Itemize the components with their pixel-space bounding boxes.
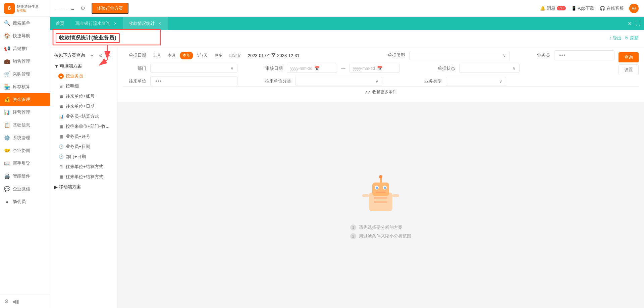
scheme-item-partner-dept-collection[interactable]: ▦ 按往来单位+部门+收... xyxy=(50,121,117,132)
tab-bar: 首页 现金银行流水查询 ✕ 收款情况统计 ✕ ✕ ⛶ xyxy=(50,17,644,30)
scheme-item-partner-account[interactable]: ▦ 往来单位+账号 xyxy=(50,91,117,101)
sidebar-item-inventory[interactable]: 🏪 库存核算 xyxy=(0,81,50,93)
date-tab-thismonth[interactable]: 本月 xyxy=(165,52,178,59)
sidebar-item-search[interactable]: 🔍 搜索菜单 xyxy=(0,17,50,30)
system-icon: ⚙️ xyxy=(4,135,10,141)
tab-bank[interactable]: 现金银行流水查询 ✕ xyxy=(70,17,123,30)
partner-type-label: 往来单位分类 xyxy=(261,78,291,84)
basic-icon: 📋 xyxy=(4,122,10,128)
desktop-scheme-group-title[interactable]: ▼ 电脑端方案 xyxy=(50,61,117,71)
sidebar-item-marketing[interactable]: 📢 营销推广 xyxy=(0,42,50,55)
add-scheme-button[interactable]: + xyxy=(88,52,96,59)
window-maximize-btn[interactable]: ⛶ xyxy=(635,20,641,27)
main-area: — — — ... ⚙ 体验行业方案 🔔 消息 99+ 📱 App下载 🎧 在线… xyxy=(50,0,644,308)
sidebar-item-basic[interactable]: 📋 基础信息 xyxy=(0,119,50,132)
date-tab-lastmonth[interactable]: 上月 xyxy=(150,52,164,59)
biz-type-select[interactable]: ∨ xyxy=(446,77,506,86)
window-close-btn[interactable]: ✕ xyxy=(628,20,632,27)
scheme-item-partner-date[interactable]: ▦ 往来单位+日期 xyxy=(50,101,117,111)
scheme-item-by-detail[interactable]: ⊞ 按明细 xyxy=(50,81,117,91)
date-tab-custom[interactable]: 自定义 xyxy=(226,52,244,59)
tip-item-2: 2 用过滤条件来缩小分析范围 xyxy=(350,233,411,239)
enterprise-icon: 🤝 xyxy=(4,148,10,154)
calendar-icon: 📅 xyxy=(314,66,320,71)
review-date-end[interactable]: yyyy-mm-dd 📅 xyxy=(350,64,400,73)
sidebar-item-system[interactable]: ⚙️ 系统管理 xyxy=(0,132,50,144)
empty-robot-illustration xyxy=(357,171,404,218)
sidebar-item-quicknav[interactable]: 🏠 快捷导航 xyxy=(0,30,50,42)
salesperson-select[interactable]: ••• xyxy=(554,50,614,60)
tab-bank-close[interactable]: ✕ xyxy=(112,21,118,26)
refresh-icon: ↻ xyxy=(625,36,629,41)
trial-button[interactable]: 体验行业方案 xyxy=(92,3,128,14)
filter-settings-button[interactable]: 设置 xyxy=(619,64,639,75)
mobile-scheme-group: ▶ 移动端方案 xyxy=(50,182,117,192)
query-button[interactable]: 查询 xyxy=(619,52,639,62)
scheme-settings-button[interactable]: ⚙ xyxy=(97,52,104,59)
partner-dots[interactable]: ••• xyxy=(155,78,162,84)
chevron-up-icon: ∧∧ xyxy=(365,90,371,95)
date-tab-thisyear[interactable]: 本年 xyxy=(180,52,193,59)
inventory-icon: 🏪 xyxy=(4,84,10,90)
scheme-item-salesperson-date[interactable]: 🕐 业务员+日期 xyxy=(50,142,117,152)
scheme-item-partner-settlement2[interactable]: ▦ 往来单位+结算方式 xyxy=(50,172,117,182)
user-avatar[interactable]: Rit xyxy=(629,4,639,13)
grid-icon: ⊞ xyxy=(58,84,64,89)
vip-icon: ♦️ xyxy=(4,199,10,205)
dept-select[interactable]: ∨ xyxy=(150,64,237,73)
messages-button[interactable]: 🔔 消息 99+ xyxy=(540,5,566,11)
partner-type-select[interactable]: ∨ xyxy=(295,77,382,86)
partner-type-chevron: ∨ xyxy=(375,79,379,84)
review-date-start[interactable]: yyyy-mm-dd 📅 xyxy=(287,64,337,73)
sidebar-footer-settings[interactable]: ⚙ xyxy=(4,298,9,305)
tip-number-1: 1 xyxy=(350,224,356,230)
partner-select[interactable]: ••• xyxy=(150,76,237,86)
tab-collection[interactable]: 收款情况统计 ✕ xyxy=(123,17,168,30)
sidebar-item-wechat[interactable]: 💬 企业微信 xyxy=(0,183,50,195)
topbar-settings-icon[interactable]: ⚙ xyxy=(78,4,88,13)
sidebar-item-purchase[interactable]: 🛒 采购管理 xyxy=(0,68,50,81)
online-service-button[interactable]: 🎧 在线客服 xyxy=(600,5,624,11)
query-buttons: 查询 设置 xyxy=(619,52,639,75)
desktop-scheme-group: ▼ 电脑端方案 ● 按业务员 ⊞ 按明细 ▦ 往来单位+账号 ▦ 往来单位 xyxy=(50,61,117,182)
tab-collection-close[interactable]: ✕ xyxy=(157,21,162,26)
salesperson-dots[interactable]: ••• xyxy=(559,52,566,58)
sidebar-logo: 6 畅捷通好生意 标准版 xyxy=(0,0,50,17)
date-tabs: 上月 本月 本年 近7天 更多 自定义 xyxy=(150,52,244,59)
clock-icon: 🕐 xyxy=(58,144,64,149)
export-button[interactable]: ↑ 导出 xyxy=(609,35,622,41)
sidebar-footer-collapse[interactable]: ◀▮ xyxy=(12,298,19,305)
tab-home[interactable]: 首页 xyxy=(50,17,70,30)
app-logo-icon: 6 xyxy=(4,3,15,14)
scheme-item-salesperson-settlement[interactable]: 📊 业务员+结算方式 xyxy=(50,111,117,121)
date-tab-last7[interactable]: 近7天 xyxy=(195,52,210,59)
sidebar-item-hardware[interactable]: 🖨️ 智能硬件 xyxy=(0,170,50,183)
headset-icon: 🎧 xyxy=(600,6,605,11)
scheme-item-salesperson-account[interactable]: ▦ 业务员+账号 xyxy=(50,132,117,142)
svg-rect-6 xyxy=(376,192,386,193)
topbar-right: 🔔 消息 99+ 📱 App下载 🎧 在线客服 Rit xyxy=(540,4,639,13)
doc-status-select[interactable]: ∨ xyxy=(459,64,520,73)
filter-row-3: 往来单位 ••• 往来单位分类 ∨ xyxy=(123,76,614,86)
collapse-more-conditions[interactable]: ∧∧ 收起更多条件 xyxy=(123,86,639,98)
collapse-panel-button[interactable]: « xyxy=(106,52,113,59)
doc-type-select[interactable]: ∨ xyxy=(409,51,510,60)
sidebar-item-vip[interactable]: ♦️ 畅会员 xyxy=(0,195,50,208)
scheme-item-partner-settlement1[interactable]: ⊞ 往来单位+结算方式 xyxy=(50,162,117,172)
sidebar-item-sales[interactable]: 💼 销售管理 xyxy=(0,55,50,68)
empty-tips: 1 请先选择要分析的方案 2 用过滤条件来缩小分析范围 xyxy=(350,224,411,239)
scheme-item-dept-date[interactable]: 🕐 部门+日期 xyxy=(50,152,117,162)
active-scheme-indicator: ● xyxy=(58,73,64,79)
sidebar-item-enterprise[interactable]: 🤝 企业协同 xyxy=(0,144,50,157)
scheme-item-by-salesperson[interactable]: ● 按业务员 xyxy=(50,71,117,81)
filter-row-2: 部门 ∨ 审核日期 yyyy-mm-dd 📅 — xyxy=(123,64,614,73)
sidebar-item-finance[interactable]: 💰 资金管理 xyxy=(0,93,50,106)
app-download-button[interactable]: 📱 App下载 xyxy=(571,5,594,11)
sidebar-item-operations[interactable]: 📊 经营管理 xyxy=(0,106,50,119)
refresh-button[interactable]: ↻ 刷新 xyxy=(625,35,639,41)
date-tab-more[interactable]: 更多 xyxy=(212,52,225,59)
sidebar-item-guide[interactable]: 📖 新手引导 xyxy=(0,157,50,170)
operations-icon: 📊 xyxy=(4,109,10,115)
table5-icon: ▦ xyxy=(58,174,64,179)
mobile-scheme-group-title[interactable]: ▶ 移动端方案 xyxy=(50,182,117,192)
